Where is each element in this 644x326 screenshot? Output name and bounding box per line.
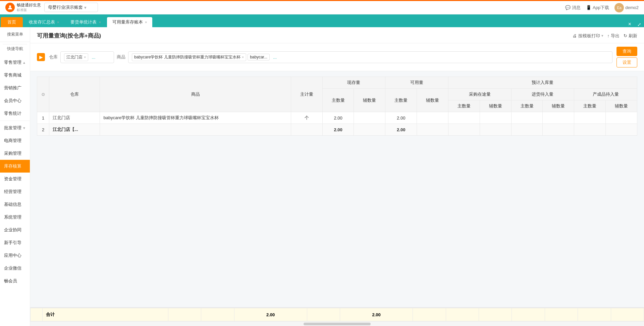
print-button[interactable]: 🖨 按模板打印 ▾ bbox=[573, 33, 603, 39]
sidebar-item-batch-mgmt[interactable]: 批发管理 ▼ bbox=[0, 122, 30, 134]
sidebar-item-business[interactable]: 经营管理 bbox=[0, 185, 30, 198]
footer-inbound-aux bbox=[545, 308, 578, 321]
scroll-thumb[interactable] bbox=[304, 323, 371, 325]
row1-available-aux bbox=[417, 112, 448, 124]
row1-stock-main: 2.00 bbox=[322, 112, 354, 124]
th-purchase-sub: 采购在途量 bbox=[448, 89, 511, 100]
app-action[interactable]: 📱 App下载 bbox=[586, 5, 609, 11]
sidebar-item-zero-stats[interactable]: 零售统计 bbox=[0, 107, 30, 120]
sidebar-item-ecommerce[interactable]: 电商管理 bbox=[0, 134, 30, 147]
th-product-aux: 辅数量 bbox=[606, 100, 637, 112]
sidebar-item-finance[interactable]: 资金管理 bbox=[0, 173, 30, 185]
export-button[interactable]: ↑ 导出 bbox=[607, 33, 620, 39]
row1-purchase-aux bbox=[480, 112, 511, 124]
sidebar-item-purchase[interactable]: 采购管理 bbox=[0, 147, 30, 160]
tab-order-close[interactable]: × bbox=[99, 20, 101, 24]
sidebar-menu: 零售管理 ▲ 零售商城 营销推广 会员中心 零售统计 批发管理 ▼ 电商管理 bbox=[0, 55, 30, 288]
footer-purchase-aux bbox=[479, 308, 512, 321]
sidebar-item-zero-retail-mgmt[interactable]: 零售管理 ▲ bbox=[0, 56, 30, 69]
search-menu-button[interactable]: 搜索菜单 bbox=[3, 30, 27, 39]
top-bar-right: 💬 消息 📱 App下载 Ea demo2 bbox=[565, 3, 639, 12]
th-inbound-sub: 进货待入量 bbox=[511, 89, 574, 100]
refresh-label: 刷新 bbox=[629, 33, 637, 39]
page-header: 可用量查询(按仓库+商品) 🖨 按模板打印 ▾ ↑ 导出 ↻ 刷新 bbox=[30, 27, 644, 43]
sidebar-item-inventory-check[interactable]: 库存核算 bbox=[0, 160, 30, 173]
sidebar-item-new-guide[interactable]: 新手引导 bbox=[0, 236, 30, 249]
footer-label: 合计 bbox=[43, 308, 168, 321]
tab-inventory-close[interactable]: × bbox=[145, 20, 147, 24]
th-settings: ⚙ bbox=[37, 77, 49, 112]
product-more[interactable]: ... bbox=[271, 55, 279, 60]
top-bar: 畅捷通好生意 标准版 母婴行业演示账套 ▾ 💬 消息 📱 App下载 Ea de… bbox=[0, 1, 644, 14]
collapse-button[interactable]: ▶ bbox=[37, 53, 45, 61]
close-all-tabs-button[interactable]: × bbox=[625, 21, 635, 27]
sidebar-item-system[interactable]: 系统管理 bbox=[0, 211, 30, 224]
account-selector[interactable]: 母婴行业演示账套 ▾ bbox=[44, 3, 98, 12]
row1-available-main: 2.00 bbox=[385, 112, 417, 124]
warehouse-tag-1[interactable]: 江北门店 × bbox=[64, 53, 88, 61]
th-available-main: 主数量 bbox=[385, 89, 417, 112]
sidebar-label-batch: 批发管理 bbox=[4, 125, 21, 131]
refresh-button[interactable]: ↻ 刷新 bbox=[624, 33, 637, 39]
sidebar-item-basic-info[interactable]: 基础信息 bbox=[0, 198, 30, 211]
footer-inbound-main bbox=[512, 308, 545, 321]
gear-icon[interactable]: ⚙ bbox=[41, 92, 45, 97]
sidebar-label-marketing: 营销推广 bbox=[4, 85, 21, 91]
footer-stock-main: 2.00 bbox=[234, 308, 307, 321]
footer-available-main: 2.00 bbox=[340, 308, 413, 321]
tab-order[interactable]: 要货单统计表 × bbox=[65, 17, 106, 27]
product-label: 商品 bbox=[117, 54, 125, 60]
row2-product bbox=[100, 124, 291, 136]
expand-button[interactable]: ⤢ bbox=[635, 22, 644, 27]
user-area[interactable]: Ea demo2 bbox=[614, 3, 639, 12]
tab-home[interactable]: 首页 bbox=[1, 17, 23, 27]
filter-group: 仓库 江北门店 × ... 商品 babycare学饮杯 儿童防摔防撞吸管杯重力… bbox=[49, 51, 612, 63]
product-input[interactable]: babycare学饮杯 儿童防摔防撞吸管杯重力球吸嘴杯宝宝水杯 × babyca… bbox=[128, 51, 612, 63]
refresh-icon: ↻ bbox=[624, 33, 627, 38]
sidebar-item-app-center[interactable]: 应用中心 bbox=[0, 249, 30, 262]
table-area: ⚙ 仓库 商品 主计量 现存量 可用量 预计入库量 主数量 辅数量 主数量 辅数… bbox=[30, 71, 644, 307]
tab-collect[interactable]: 收发存汇总表 × bbox=[23, 17, 64, 27]
message-action[interactable]: 💬 消息 bbox=[565, 5, 581, 11]
product-tag-1[interactable]: babycare学饮杯 儿童防摔防撞吸管杯重力球吸嘴杯宝宝水杯 × bbox=[132, 53, 246, 61]
tab-collect-label: 收发存汇总表 bbox=[29, 19, 55, 25]
tab-home-label: 首页 bbox=[7, 19, 16, 25]
th-purchase-aux: 辅数量 bbox=[480, 100, 511, 112]
footer-product-aux bbox=[611, 308, 644, 321]
th-inbound-main: 主数量 bbox=[511, 100, 543, 112]
query-button[interactable]: 查询 bbox=[616, 47, 637, 56]
sidebar-item-member[interactable]: 畅会员 bbox=[0, 275, 30, 287]
sidebar-item-marketing[interactable]: 营销推广 bbox=[0, 82, 30, 94]
sidebar-item-enterprise[interactable]: 企业协同 bbox=[0, 224, 30, 236]
tab-collect-close[interactable]: × bbox=[57, 20, 59, 24]
sidebar-label-zero-retail: 零售管理 bbox=[4, 59, 21, 65]
horizontal-scrollbar[interactable] bbox=[30, 321, 644, 326]
sidebar: 搜索菜单 快捷导航 零售管理 ▲ 零售商城 营销推广 会员中心 零售统计 bbox=[0, 27, 30, 326]
tab-inventory-label: 可用量库存账本 bbox=[112, 19, 143, 25]
avatar: Ea bbox=[614, 3, 624, 12]
tab-inventory[interactable]: 可用量库存账本 × bbox=[107, 17, 152, 27]
sidebar-item-zero-retail-mall[interactable]: 零售商城 bbox=[0, 69, 30, 82]
sidebar-label-new-guide: 新手引导 bbox=[4, 240, 21, 246]
logo-text: 畅捷通好生意 bbox=[17, 3, 41, 7]
row2-purchase-main bbox=[448, 124, 480, 136]
row2-available-main: 2.00 bbox=[385, 124, 417, 136]
row2-stock-main: 2.00 bbox=[322, 124, 354, 136]
sidebar-item-member-center[interactable]: 会员中心 bbox=[0, 94, 30, 107]
th-available-aux: 辅数量 bbox=[417, 89, 448, 112]
sidebar-label-ecommerce: 电商管理 bbox=[4, 138, 21, 144]
product-tag-close-1[interactable]: × bbox=[242, 55, 244, 59]
product-tag-2[interactable]: babycar... bbox=[248, 54, 270, 60]
settings-button[interactable]: 设置 bbox=[616, 57, 637, 67]
sidebar-label-inventory: 库存核算 bbox=[4, 163, 21, 169]
logo-icon bbox=[5, 3, 15, 12]
row2-product-aux bbox=[606, 124, 637, 136]
row2-purchase-aux bbox=[480, 124, 511, 136]
warehouse-input[interactable]: 江北门店 × ... bbox=[60, 51, 114, 63]
row1-unit: 个 bbox=[291, 112, 322, 124]
warehouse-tag-close[interactable]: × bbox=[84, 55, 86, 59]
quick-nav-button[interactable]: 快捷导航 bbox=[3, 44, 27, 53]
row1-num: 1 bbox=[37, 112, 49, 124]
warehouse-more[interactable]: ... bbox=[90, 55, 97, 60]
sidebar-item-enterprise-wechat[interactable]: 企业微信 bbox=[0, 262, 30, 275]
